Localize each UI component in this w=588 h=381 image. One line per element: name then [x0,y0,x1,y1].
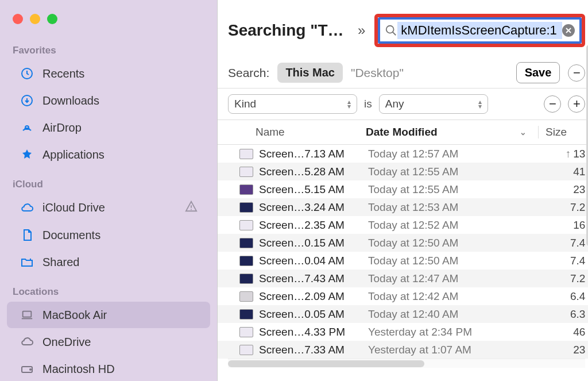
svg-point-9 [386,26,394,33]
file-date: Today at 12:50 AM [368,255,540,267]
svg-line-10 [393,32,396,36]
file-thumbnail-icon [239,220,253,230]
file-name: Screen…4.33 PM [259,326,368,338]
file-row[interactable]: Screen…7.13 AMToday at 12:57 AM↑13 [218,145,588,163]
file-name: Screen…7.33 AM [259,344,368,356]
sidebar-item-onedrive[interactable]: OneDrive [7,329,210,355]
file-name: Screen…0.15 AM [259,237,368,249]
filter-value: Any [385,98,404,110]
airdrop-icon [20,120,34,135]
file-date: Today at 12:57 AM [368,148,540,160]
sidebar-item-label: Shared [42,256,198,269]
remove-filter-button[interactable]: − [544,95,561,113]
file-date: Today at 12:55 AM [368,166,540,178]
scrollbar-thumb[interactable] [228,360,424,367]
sidebar-item-recents[interactable]: Recents [7,60,210,87]
sidebar-item-shared[interactable]: Shared [7,249,210,275]
sidebar-item-label: MacBook Air [42,309,198,322]
main-content: Searching "Thi… » Search: This Mac "Desk… [217,0,588,381]
file-size: 46 [540,326,585,338]
column-headers: Name Date Modified ⌄ Size [218,120,588,145]
file-row[interactable]: Screen…4.33 PMYesterday at 2:34 PM46 [218,323,588,341]
column-header-size[interactable]: Size [538,126,585,138]
sidebar-section-title: iCloud [0,168,217,194]
sidebar-item-applications[interactable]: Applications [7,141,210,168]
sidebar: FavoritesRecentsDownloadsAirDropApplicat… [0,0,217,381]
file-row[interactable]: Screen…7.43 AMToday at 12:47 AM7.2 [218,270,588,287]
file-size: 23 [540,344,585,356]
sidebar-item-documents[interactable]: Documents [7,222,210,248]
file-thumbnail-icon [239,274,253,284]
sidebar-item-macintosh-hd[interactable]: Macintosh HD [7,356,210,381]
window-controls [0,6,217,34]
svg-point-4 [191,209,192,210]
file-row[interactable]: Screen…5.28 AMToday at 12:55 AM41 [218,163,588,180]
file-row[interactable]: Screen…2.35 AMToday at 12:52 AM16 [218,216,588,234]
scope-label: Search: [228,66,269,80]
minimize-window-button[interactable] [30,14,40,24]
file-row[interactable]: Screen…2.09 AMToday at 12:42 AM6.4 [218,287,588,305]
search-icon [385,24,397,37]
file-date: Today at 12:55 AM [368,183,540,196]
search-field-container [378,17,582,44]
file-size: 16 [540,219,585,232]
file-thumbnail-icon [239,345,253,355]
svg-point-8 [30,369,31,370]
clear-search-button[interactable] [562,24,575,37]
file-size: 41 [540,166,585,178]
window-title: Searching "Thi… [228,21,349,40]
file-date: Today at 12:53 AM [368,201,540,214]
horizontal-scrollbar[interactable] [228,359,585,368]
folder-shared-icon [20,255,34,270]
file-row[interactable]: Screen…0.05 AMToday at 12:40 AM6.3 [218,305,588,323]
sidebar-section-title: Locations [0,276,217,301]
filter-row: Kind ▴▾ is Any ▴▾ − + [218,88,588,120]
svg-point-5 [30,259,31,260]
file-name: Screen…2.09 AM [259,290,368,303]
sidebar-section-title: Favorites [0,34,217,60]
sidebar-item-macbook-air[interactable]: MacBook Air [7,302,210,328]
file-row[interactable]: Screen…0.15 AMToday at 12:50 AM7.4 [218,234,588,252]
search-scope-bar: Search: This Mac "Desktop" Save − [218,57,588,88]
file-size: 23 [540,183,585,196]
filter-value-dropdown[interactable]: Any ▴▾ [379,94,488,114]
sidebar-item-downloads[interactable]: Downloads [7,87,210,114]
sidebar-item-airdrop[interactable]: AirDrop [7,114,210,141]
file-thumbnail-icon [239,327,253,337]
file-thumbnail-icon [239,184,253,195]
path-chevron-icon[interactable]: » [354,22,369,39]
zoom-window-button[interactable] [47,14,57,24]
sidebar-item-label: Recents [42,67,198,80]
doc-icon [20,228,34,243]
filter-attribute-dropdown[interactable]: Kind ▴▾ [228,94,357,114]
file-name: Screen…0.04 AM [259,255,368,267]
add-filter-button[interactable]: + [568,95,585,113]
sidebar-item-label: iCloud Drive [42,201,177,214]
file-row[interactable]: Screen…5.15 AMToday at 12:55 AM23 [218,180,588,198]
toolbar: Searching "Thi… » [218,0,588,57]
column-header-name[interactable]: Name [228,126,366,138]
file-thumbnail-icon [239,149,253,159]
file-date: Today at 12:47 AM [368,272,540,285]
filter-attribute-value: Kind [234,98,256,110]
laptop-icon [20,307,34,322]
file-row[interactable]: Screen…3.24 AMToday at 12:53 AM7.2 [218,198,588,216]
save-search-button[interactable]: Save [516,62,560,83]
search-input[interactable] [397,22,562,39]
file-size: 7.2 [540,272,585,285]
column-header-date[interactable]: Date Modified ⌄ [366,126,538,138]
file-thumbnail-icon [239,202,253,213]
file-thumbnail-icon [239,291,253,302]
file-row[interactable]: Screen…0.04 AMToday at 12:50 AM7.4 [218,252,588,270]
sidebar-item-label: OneDrive [42,336,198,349]
scope-this-mac[interactable]: This Mac [277,63,343,83]
file-date: Yesterday at 2:34 PM [368,326,540,338]
file-name: Screen…5.15 AM [259,183,368,196]
scope-desktop[interactable]: "Desktop" [351,66,404,80]
close-window-button[interactable] [13,14,23,24]
file-row[interactable]: Screen…7.33 AMYesterday at 1:07 AM23 [218,341,588,359]
remove-scope-button[interactable]: − [568,64,585,82]
sidebar-item-icloud-drive[interactable]: iCloud Drive [7,194,210,221]
file-name: Screen…2.35 AM [259,219,368,232]
file-size: ↑13 [540,148,585,160]
